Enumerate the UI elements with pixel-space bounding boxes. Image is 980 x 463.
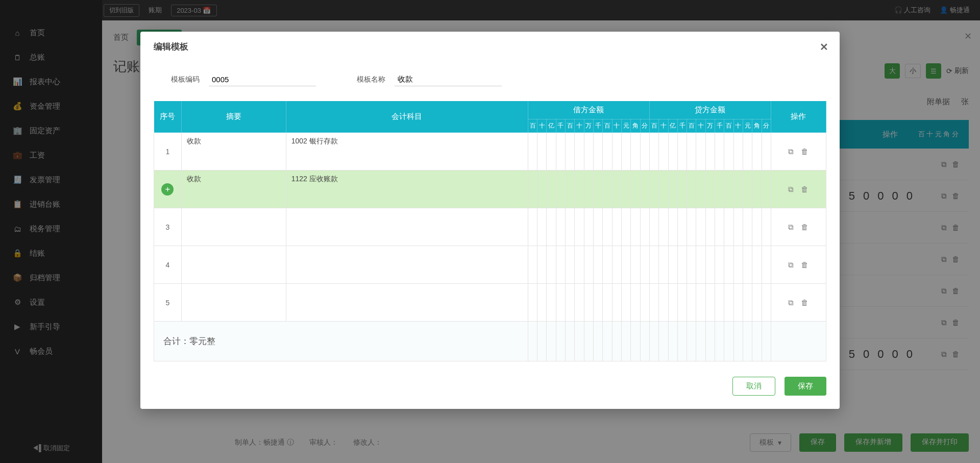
amount-cell[interactable] <box>603 322 612 361</box>
amount-cell[interactable] <box>594 133 603 170</box>
amount-cell[interactable] <box>743 246 752 284</box>
amount-cell[interactable] <box>677 133 687 170</box>
amount-cell[interactable] <box>752 133 762 170</box>
amount-cell[interactable] <box>696 284 705 322</box>
amount-cell[interactable] <box>743 322 752 361</box>
amount-cell[interactable] <box>668 284 677 322</box>
copy-icon[interactable]: ⧉ <box>788 298 794 307</box>
amount-cell[interactable] <box>594 246 603 284</box>
account-cell[interactable] <box>286 284 528 322</box>
amount-cell[interactable] <box>687 284 696 322</box>
template-code-input[interactable] <box>209 73 316 86</box>
delete-icon[interactable]: 🗑 <box>801 260 808 270</box>
amount-cell[interactable] <box>566 322 575 361</box>
amount-cell[interactable] <box>762 284 771 322</box>
amount-cell[interactable] <box>649 284 658 322</box>
amount-cell[interactable] <box>743 170 752 208</box>
amount-cell[interactable] <box>687 208 696 246</box>
copy-icon[interactable]: ⧉ <box>788 223 794 232</box>
amount-cell[interactable] <box>537 170 547 208</box>
amount-cell[interactable] <box>677 208 687 246</box>
amount-cell[interactable] <box>547 246 556 284</box>
amount-cell[interactable] <box>696 170 705 208</box>
amount-cell[interactable] <box>696 246 705 284</box>
amount-cell[interactable] <box>621 208 630 246</box>
amount-cell[interactable] <box>612 133 621 170</box>
amount-cell[interactable] <box>584 208 593 246</box>
amount-cell[interactable] <box>733 170 743 208</box>
summary-cell[interactable]: 收款 <box>181 170 286 208</box>
amount-cell[interactable] <box>715 133 724 170</box>
amount-cell[interactable] <box>687 170 696 208</box>
amount-cell[interactable] <box>621 170 630 208</box>
amount-cell[interactable] <box>668 170 677 208</box>
account-cell[interactable] <box>286 246 528 284</box>
amount-cell[interactable] <box>649 170 658 208</box>
save-button[interactable]: 保存 <box>785 377 826 396</box>
amount-cell[interactable] <box>687 133 696 170</box>
amount-cell[interactable] <box>594 322 603 361</box>
amount-cell[interactable] <box>594 284 603 322</box>
amount-cell[interactable] <box>556 208 565 246</box>
amount-cell[interactable] <box>705 284 715 322</box>
amount-cell[interactable] <box>649 208 658 246</box>
amount-cell[interactable] <box>677 322 687 361</box>
amount-cell[interactable] <box>547 133 556 170</box>
account-cell[interactable] <box>286 208 528 246</box>
amount-cell[interactable] <box>631 208 640 246</box>
amount-cell[interactable] <box>752 284 762 322</box>
copy-icon[interactable]: ⧉ <box>788 260 794 270</box>
amount-cell[interactable] <box>621 133 630 170</box>
amount-cell[interactable] <box>724 284 733 322</box>
add-row-icon[interactable]: + <box>161 183 174 196</box>
amount-cell[interactable] <box>621 322 630 361</box>
amount-cell[interactable] <box>649 322 658 361</box>
amount-cell[interactable] <box>705 208 715 246</box>
amount-cell[interactable] <box>631 284 640 322</box>
amount-cell[interactable] <box>631 322 640 361</box>
amount-cell[interactable] <box>603 246 612 284</box>
amount-cell[interactable] <box>631 246 640 284</box>
amount-cell[interactable] <box>762 208 771 246</box>
amount-cell[interactable] <box>612 170 621 208</box>
amount-cell[interactable] <box>724 170 733 208</box>
amount-cell[interactable] <box>649 133 658 170</box>
amount-cell[interactable] <box>724 133 733 170</box>
amount-cell[interactable] <box>584 284 593 322</box>
amount-cell[interactable] <box>547 170 556 208</box>
amount-cell[interactable] <box>603 284 612 322</box>
amount-cell[interactable] <box>640 246 649 284</box>
amount-cell[interactable] <box>733 322 743 361</box>
summary-cell[interactable] <box>181 246 286 284</box>
amount-cell[interactable] <box>584 170 593 208</box>
amount-cell[interactable] <box>733 284 743 322</box>
amount-cell[interactable] <box>752 208 762 246</box>
amount-cell[interactable] <box>575 170 584 208</box>
delete-icon[interactable]: 🗑 <box>801 185 808 194</box>
amount-cell[interactable] <box>659 133 668 170</box>
amount-cell[interactable] <box>528 284 537 322</box>
amount-cell[interactable] <box>659 170 668 208</box>
amount-cell[interactable] <box>528 208 537 246</box>
amount-cell[interactable] <box>715 170 724 208</box>
amount-cell[interactable] <box>575 284 584 322</box>
amount-cell[interactable] <box>556 322 565 361</box>
amount-cell[interactable] <box>556 246 565 284</box>
amount-cell[interactable] <box>612 208 621 246</box>
copy-icon[interactable]: ⧉ <box>788 185 794 194</box>
amount-cell[interactable] <box>668 133 677 170</box>
amount-cell[interactable] <box>724 322 733 361</box>
amount-cell[interactable] <box>705 246 715 284</box>
amount-cell[interactable] <box>537 208 547 246</box>
amount-cell[interactable] <box>677 170 687 208</box>
amount-cell[interactable] <box>566 133 575 170</box>
amount-cell[interactable] <box>762 170 771 208</box>
amount-cell[interactable] <box>528 133 537 170</box>
amount-cell[interactable] <box>556 170 565 208</box>
amount-cell[interactable] <box>724 208 733 246</box>
amount-cell[interactable] <box>575 246 584 284</box>
amount-cell[interactable] <box>640 208 649 246</box>
amount-cell[interactable] <box>762 322 771 361</box>
amount-cell[interactable] <box>556 133 565 170</box>
amount-cell[interactable] <box>594 208 603 246</box>
